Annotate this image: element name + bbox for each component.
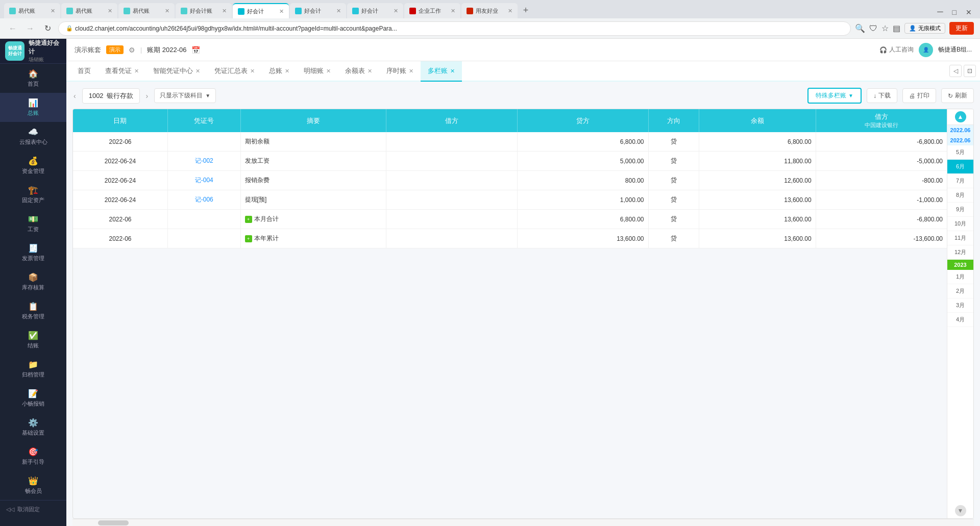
browser-maximize[interactable]: □: [948, 8, 961, 16]
tab-balance-close[interactable]: ✕: [368, 68, 372, 74]
tab-sequential-close[interactable]: ✕: [409, 68, 413, 74]
sidebar-item-assets[interactable]: 🏗️ 固定资产: [0, 180, 66, 209]
settings-gear-icon[interactable]: ⚙: [129, 46, 135, 54]
sidebar-item-expense[interactable]: 📝 小畅报销: [0, 384, 66, 413]
sidebar-item-invoice[interactable]: 🧾 发票管理: [0, 238, 66, 267]
tab-haokuaiji-3[interactable]: 好会计 ✕: [347, 3, 403, 18]
tab-close-1[interactable]: ✕: [51, 8, 55, 14]
demo-badge[interactable]: 演示: [106, 45, 124, 54]
tab-view-voucher[interactable]: 查看凭证 ✕: [98, 61, 146, 82]
tab-sequential[interactable]: 序时账 ✕: [379, 61, 421, 82]
cancel-pin-button[interactable]: ◁◁ 取消固定: [0, 500, 66, 518]
user-avatar[interactable]: 👤: [919, 43, 933, 57]
tab-yidaizhang-3[interactable]: 易代账 ✕: [118, 3, 175, 18]
tab-haokuaiji-1[interactable]: 好会计账 ✕: [176, 3, 232, 18]
sidebar-item-member[interactable]: 👑 畅会员: [0, 471, 66, 500]
sidebar-item-home[interactable]: 🏠 首页: [0, 64, 66, 93]
tab-multi-column[interactable]: 多栏账 ✕: [421, 61, 462, 82]
filter-dropdown[interactable]: 只显示下级科目 ▼: [154, 88, 216, 103]
special-multicolumn-button[interactable]: 特殊多栏账 ▼: [807, 88, 862, 104]
tab-smart-center[interactable]: 智能凭证中心 ✕: [146, 61, 207, 82]
month-12[interactable]: 12月: [947, 245, 973, 260]
sidebar-item-guide[interactable]: 🎯 新手引导: [0, 442, 66, 471]
user-name[interactable]: 畅捷通B组...: [938, 45, 972, 54]
browser-shield-icon[interactable]: 🛡: [869, 24, 877, 33]
update-button[interactable]: 更新: [949, 22, 974, 35]
tab-home[interactable]: 首页: [70, 61, 98, 82]
tab-haokuaiji-2[interactable]: 好会计 ✕: [290, 3, 346, 18]
tab-voucher-summary[interactable]: 凭证汇总表 ✕: [207, 61, 262, 82]
address-bar[interactable]: 🔒 cloud2.chanjet.com/accounting/uh26t264…: [58, 21, 851, 36]
month-6[interactable]: 6月: [947, 160, 973, 174]
tab-close-6[interactable]: ✕: [336, 8, 341, 14]
tab-bar-collapse[interactable]: ◁: [949, 65, 962, 77]
tab-smart-center-close[interactable]: ✕: [195, 68, 200, 74]
tab-multi-column-close[interactable]: ✕: [450, 68, 455, 74]
tab-enterprise[interactable]: 企业工作 ✕: [404, 3, 460, 18]
month-5[interactable]: 5月: [947, 145, 973, 160]
account-nav-next[interactable]: ›: [145, 91, 150, 101]
month-2023-3[interactable]: 3月: [947, 298, 973, 313]
cell-voucher-1[interactable]: 记-002: [167, 152, 240, 171]
month-2023-4[interactable]: 4月: [947, 313, 973, 327]
browser-sidebar-icon[interactable]: ▤: [893, 23, 900, 33]
tab-detail-ledger-close[interactable]: ✕: [326, 68, 331, 74]
tab-general-ledger-close[interactable]: ✕: [285, 68, 289, 74]
tab-bar-expand[interactable]: ⊡: [964, 65, 976, 77]
consult-button[interactable]: 🎧 人工咨询: [879, 45, 914, 54]
sidebar-item-funds[interactable]: 💰 资金管理: [0, 151, 66, 180]
period-label[interactable]: 账期 2022-06: [147, 45, 186, 55]
panel-up-arrow[interactable]: ▲: [955, 111, 966, 122]
tab-general-ledger[interactable]: 总账 ✕: [262, 61, 297, 82]
tab-haokuaiji-active[interactable]: 好会计 ✕: [233, 3, 289, 18]
tab-youyou[interactable]: 用友好业 ✕: [461, 3, 518, 18]
month-8[interactable]: 8月: [947, 188, 973, 203]
nav-back[interactable]: ←: [6, 22, 19, 35]
account-nav-prev[interactable]: ‹: [72, 91, 77, 101]
month-7[interactable]: 7月: [947, 174, 973, 188]
cell-voucher-3[interactable]: 记-006: [167, 190, 240, 210]
tab-close-2[interactable]: ✕: [108, 8, 112, 14]
sidebar-item-tax[interactable]: 📋 税务管理: [0, 296, 66, 325]
refresh-button[interactable]: ↻ 刷新: [941, 88, 974, 103]
sidebar-item-reports[interactable]: ☁️ 云报表中心: [0, 122, 66, 151]
month-9[interactable]: 9月: [947, 203, 973, 217]
sidebar-item-inventory[interactable]: 📦 库存核算: [0, 267, 66, 296]
tab-close-3[interactable]: ✕: [165, 8, 169, 14]
month-10[interactable]: 10月: [947, 217, 973, 231]
month-11[interactable]: 11月: [947, 231, 973, 245]
print-button[interactable]: 🖨 打印: [902, 88, 936, 103]
sidebar-item-salary[interactable]: 💵 工资: [0, 209, 66, 238]
stealth-mode-button[interactable]: 👤无痕模式: [904, 23, 945, 34]
month-2023-2[interactable]: 2月: [947, 284, 973, 298]
calendar-icon[interactable]: 📅: [191, 46, 200, 54]
browser-search-icon[interactable]: 🔍: [855, 23, 865, 33]
cell-voucher-2[interactable]: 记-004: [167, 171, 240, 190]
tab-close-4[interactable]: ✕: [222, 8, 227, 14]
bottom-scrollbar[interactable]: [72, 519, 974, 526]
tab-detail-ledger[interactable]: 明细账 ✕: [297, 61, 338, 82]
sidebar-item-settings[interactable]: ⚙️ 基础设置: [0, 413, 66, 442]
sidebar-item-ledger[interactable]: 📊 总账: [0, 93, 66, 122]
tab-close-9[interactable]: ✕: [508, 8, 512, 14]
tab-close-7[interactable]: ✕: [394, 8, 398, 14]
browser-close[interactable]: ✕: [962, 8, 976, 16]
tab-add-button[interactable]: +: [519, 3, 533, 17]
cell-balance-3: 13,600.00: [699, 190, 816, 210]
sidebar-item-close-account[interactable]: ✅ 结账: [0, 325, 66, 355]
panel-down-arrow[interactable]: ▼: [955, 505, 966, 516]
tab-voucher-summary-close[interactable]: ✕: [250, 68, 255, 74]
tab-view-voucher-close[interactable]: ✕: [134, 68, 139, 74]
nav-refresh[interactable]: ↻: [41, 22, 54, 35]
download-button[interactable]: ↓ 下载: [867, 88, 897, 103]
tab-balance[interactable]: 余额表 ✕: [338, 61, 379, 82]
tab-yidaizhang-2[interactable]: 易代账 ✕: [61, 3, 117, 18]
browser-minimize[interactable]: ─: [933, 7, 947, 16]
nav-forward[interactable]: →: [23, 22, 37, 35]
tab-yidaizhang-1[interactable]: 易代账 ✕: [4, 3, 60, 18]
tab-close-8[interactable]: ✕: [451, 8, 455, 14]
sidebar-item-archive[interactable]: 📁 归档管理: [0, 355, 66, 384]
month-2023-1[interactable]: 1月: [947, 270, 973, 284]
tab-close-5[interactable]: ✕: [279, 8, 284, 15]
browser-star-icon[interactable]: ☆: [881, 23, 889, 33]
